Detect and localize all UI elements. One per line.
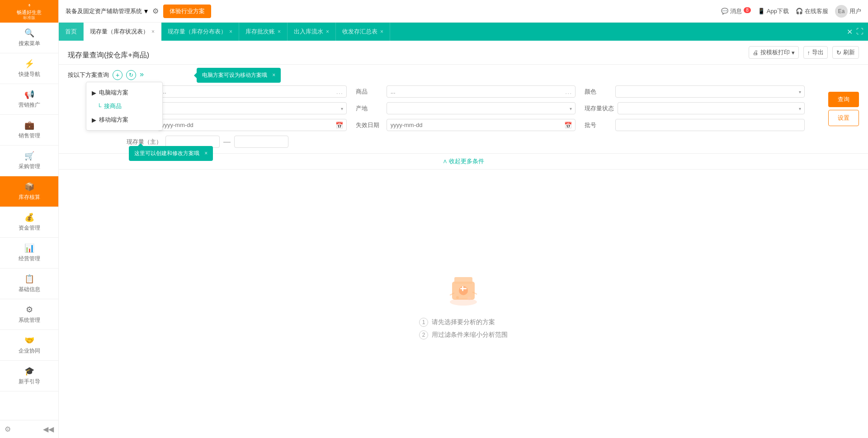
message-icon: 💬 [721, 8, 728, 14]
color-label: 颜色 [585, 88, 612, 96]
expire-date-input[interactable] [387, 119, 576, 131]
reset-button[interactable]: 设置 [828, 110, 859, 126]
marketing-icon: 📢 [24, 89, 34, 99]
warehouse-dots[interactable]: … [336, 88, 343, 96]
origin-label: 产地 [356, 104, 383, 113]
sidebar-item-cooperation[interactable]: 🤝 企业协同 [0, 330, 58, 361]
app-download-item[interactable]: 📱 App下载 [758, 7, 789, 15]
plan-tree-goods[interactable]: └ 接商品 [86, 99, 162, 113]
finance-icon: 💰 [24, 212, 34, 222]
step-2-num: 2 [419, 330, 428, 339]
tab-stock-status[interactable]: 现存量（库存状况表） × [84, 23, 161, 41]
color-select[interactable] [615, 85, 805, 98]
topbar: 装备及固定资产辅助管理系统 ▾ ⚙ 体验行业方案 💬 消息 8 📱 App下载 … [59, 0, 868, 23]
tab-actions: ✕ ⛶ [842, 23, 868, 41]
settings-bottom-icon[interactable]: ⚙ [5, 425, 11, 433]
notification-item[interactable]: 💬 消息 8 [721, 7, 751, 15]
warehouse-input[interactable] [157, 85, 347, 98]
page-title: 现存量查询(按仓库+商品) [68, 51, 149, 60]
sidebar-item-nav[interactable]: ⚡ 快捷导航 [0, 53, 58, 84]
tab-close-batch[interactable]: × [278, 28, 281, 35]
filter-row-expire-date: 失效日期 📅 [356, 119, 576, 131]
collapse-icon[interactable]: ◀◀ [43, 425, 54, 433]
svg-text:6: 6 [28, 4, 30, 7]
plan-tree: ▶ 电脑端方案 └ 接商品 ▶ 移动端方案 [86, 82, 163, 131]
svg-rect-4 [454, 277, 472, 284]
close-all-tabs-icon[interactable]: ✕ [847, 28, 853, 36]
content-area: 现存量查询(按仓库+商品) 🖨 按模板打印 ▾ ↑ 导出 ↻ 刷新 [59, 41, 868, 438]
tab-close-stock-status[interactable]: × [151, 28, 155, 35]
operations-icon: 📊 [24, 243, 34, 253]
plan-tree-mobile[interactable]: ▶ 移动端方案 [86, 113, 162, 127]
tooltip-plan-edit: 这里可以创建和修改方案哦 × [129, 146, 213, 161]
tooltip1-close[interactable]: × [272, 72, 275, 78]
stock-main-to-input[interactable] [234, 136, 288, 148]
expire-date-calendar-icon[interactable]: 📅 [564, 122, 572, 129]
logo-text: 畅通好生意 标准版 [17, 9, 42, 20]
sidebar-item-marketing[interactable]: 📢 营销推广 [0, 84, 58, 115]
sidebar-item-newbie[interactable]: 🎓 新手引导 [0, 361, 58, 391]
sidebar-item-finance[interactable]: 💰 资金管理 [0, 207, 58, 238]
tab-close-summary[interactable]: × [380, 28, 383, 35]
tab-flow[interactable]: 出入库流水 × [288, 23, 336, 41]
tab-close-flow[interactable]: × [326, 28, 329, 35]
goods-label: 商品 [356, 88, 383, 96]
size-select[interactable] [157, 102, 347, 114]
settings-icon[interactable]: ⚙ [152, 7, 159, 15]
sidebar-item-basic[interactable]: 📋 基础信息 [0, 268, 58, 299]
sidebar-bottom: ⚙ ◀◀ [0, 420, 58, 438]
avatar: Ea [835, 5, 848, 18]
sidebar-item-purchase[interactable]: 🛒 采购管理 [0, 146, 58, 176]
filter-row-origin: 产地 ▾ [356, 102, 576, 114]
tooltip-desktop-plan: 电脑方案可设为移动方案哦 × [197, 68, 281, 83]
sidebar-item-system[interactable]: ⚙ 系统管理 [0, 299, 58, 330]
refresh-button[interactable]: ↻ 刷新 [832, 46, 859, 59]
cooperation-icon: 🤝 [24, 335, 34, 345]
produce-date-calendar-icon[interactable]: 📅 [335, 122, 343, 129]
sidebar-item-inventory[interactable]: 📦 库存核算 [0, 176, 58, 207]
tab-summary[interactable]: 收发存汇总表 × [336, 23, 390, 41]
plan-tree-desktop[interactable]: ▶ 电脑端方案 [86, 86, 162, 99]
system-icon: ⚙ [26, 305, 33, 315]
filter-add-button[interactable]: + [113, 70, 123, 80]
topbar-left: 装备及固定资产辅助管理系统 ▾ ⚙ 体验行业方案 [66, 5, 211, 18]
empty-step-2: 2 用过滤条件来缩小分析范围 [419, 330, 508, 339]
tooltip2-close[interactable]: × [204, 150, 208, 156]
stock-state-select[interactable] [618, 102, 805, 114]
origin-select[interactable] [387, 102, 576, 114]
filter-arrow-button[interactable]: « [140, 71, 144, 79]
main-area: 装备及固定资产辅助管理系统 ▾ ⚙ 体验行业方案 💬 消息 8 📱 App下载 … [59, 0, 868, 438]
print-button[interactable]: 🖨 按模板打印 ▾ [749, 46, 799, 59]
empty-state: 1 请先选择要分析的方案 2 用过滤条件来缩小分析范围 [59, 170, 868, 438]
tab-stock-dist[interactable]: 现存量（库存分布表） × [161, 23, 239, 41]
system-selector[interactable]: 装备及固定资产辅助管理系统 ▾ [66, 7, 148, 15]
printer-icon: 🖨 [753, 49, 759, 56]
purchase-icon: 🛒 [24, 151, 34, 161]
batch-input[interactable] [615, 119, 805, 131]
sidebar-item-operations[interactable]: 📊 经营管理 [0, 238, 58, 268]
goods-input[interactable] [387, 85, 576, 98]
page-actions: 🖨 按模板打印 ▾ ↑ 导出 ↻ 刷新 [749, 46, 859, 64]
filter-header: 按以下方案查询 + ↻ « 电脑方案可设为移动方案哦 × [68, 70, 859, 80]
produce-date-input[interactable] [157, 119, 347, 131]
sales-icon: 💼 [24, 120, 34, 130]
sidebar-item-sales[interactable]: 💼 销售管理 [0, 115, 58, 146]
inventory-icon: 📦 [24, 182, 34, 192]
tab-close-stock-dist[interactable]: × [229, 28, 232, 35]
sidebar-item-search[interactable]: 🔍 搜索菜单 [0, 23, 58, 53]
online-support-item[interactable]: 🎧 在线客服 [796, 7, 828, 15]
topbar-right: 💬 消息 8 📱 App下载 🎧 在线客服 Ea 用户 [721, 5, 861, 18]
goods-dots[interactable]: … [565, 88, 572, 96]
experience-button[interactable]: 体验行业方案 [163, 5, 211, 18]
user-item[interactable]: Ea 用户 [835, 5, 861, 18]
expand-icon[interactable]: ⛶ [856, 28, 863, 36]
export-button[interactable]: ↑ 导出 [803, 46, 828, 59]
filter-refresh-button[interactable]: ↻ [126, 70, 136, 80]
search-button[interactable]: 查询 [828, 92, 859, 107]
export-icon: ↑ [807, 49, 811, 56]
filter-row-stock-state: 现存量状态 ▾ [585, 102, 805, 114]
page-header: 现存量查询(按仓库+商品) 🖨 按模板打印 ▾ ↑ 导出 ↻ 刷新 [59, 41, 868, 65]
tab-home[interactable]: 首页 [59, 23, 84, 41]
filter-label: 按以下方案查询 [68, 71, 109, 79]
tab-batch[interactable]: 库存批次账 × [239, 23, 288, 41]
